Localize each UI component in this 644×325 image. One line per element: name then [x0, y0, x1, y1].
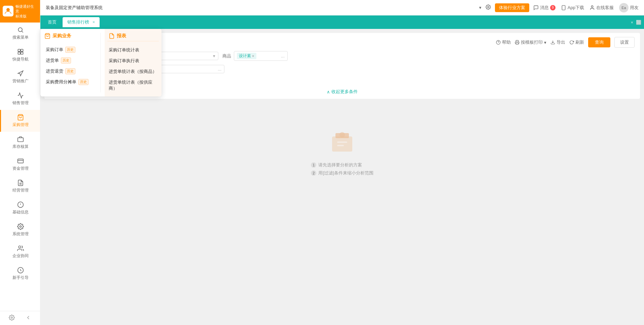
svg-rect-31 [337, 141, 347, 143]
history-badge-3: 历史 [78, 79, 88, 85]
empty-tip-1: 1 请先选择要分析的方案 [311, 162, 373, 168]
salesperson-select[interactable]: ... [157, 65, 224, 73]
goods-select[interactable]: 设计素 × ... [234, 51, 288, 61]
history-badge-0: 历史 [65, 47, 75, 53]
empty-state: 1 请先选择要分析的方案 2 用[过滤]条件来缩小分析范围 [44, 103, 640, 198]
tab-sales-rank[interactable]: 销售排行榜 × [63, 17, 100, 27]
svg-rect-3 [18, 49, 21, 51]
svg-point-19 [11, 317, 13, 319]
menu-report-title: 报表 [107, 32, 159, 41]
menu-divider [100, 33, 101, 92]
online-service-btn[interactable]: 在线客服 [589, 5, 614, 11]
sidebar-item-finance[interactable]: 资金管理 [0, 154, 40, 175]
sidebar: 畅捷通好生意 标准版 搜索菜单 快捷导航 营销推广 销售管 [0, 0, 40, 325]
menu-report-section: 报表 采购订单统计表 采购订单执行表 进货单统计表（按商品） 进货单统计表（按供… [105, 29, 162, 96]
svg-point-17 [19, 246, 21, 248]
messages-btn[interactable]: 消息 9 [533, 5, 556, 11]
sidebar-item-purchase[interactable]: 采购管理 [0, 110, 40, 132]
svg-point-20 [488, 6, 489, 8]
logo-area: 畅捷通好生意 标准版 [0, 0, 40, 23]
svg-line-2 [22, 31, 23, 33]
sidebar-bottom [0, 311, 40, 325]
query-btn[interactable]: 查询 [588, 37, 610, 47]
tab-bar-right: × ⬜ [631, 20, 641, 25]
svg-rect-28 [332, 136, 352, 152]
svg-rect-5 [18, 52, 21, 54]
sidebar-item-guide[interactable]: 新手引导 [0, 263, 40, 285]
menu-report-order-stats[interactable]: 采购订单统计表 [107, 45, 159, 55]
menu-purchase-section: 采购业务 采购订单 历史 进货单 历史 进货退货 历史 采购费用分摊单 历史 [44, 33, 96, 92]
menu-report-incoming-supplier[interactable]: 进货单统计表（按供应商） [107, 77, 159, 94]
industry-btn[interactable]: 体验行业方案 [495, 3, 529, 12]
svg-rect-9 [18, 159, 24, 163]
dropdown-menu: 采购业务 采购订单 历史 进货单 历史 进货退货 历史 采购费用分摊单 历史 报… [40, 29, 162, 96]
print-btn[interactable]: 按模板打印 ▾ [515, 39, 546, 45]
user-btn[interactable]: Ea 用友 [619, 3, 639, 12]
tab-close-icon[interactable]: × [93, 19, 95, 25]
collapse-btn[interactable]: ∧ 收起更多条件 [327, 89, 358, 95]
sidebar-item-system[interactable]: 系统管理 [0, 219, 40, 241]
sidebar-item-inventory[interactable]: 库存核算 [0, 132, 40, 154]
filter-goods-group: 商品 设计素 × ... [222, 51, 288, 61]
tab-window-icon[interactable]: × [631, 20, 633, 25]
setting-btn[interactable]: 设置 [614, 37, 635, 48]
svg-rect-21 [562, 5, 565, 10]
menu-item-purchase-order[interactable]: 采购订单 历史 [44, 44, 96, 55]
sidebar-item-marketing[interactable]: 营销推广 [0, 66, 40, 88]
sidebar-item-quicknav[interactable]: 快捷导航 [0, 44, 40, 66]
svg-rect-26 [516, 43, 518, 44]
export-btn[interactable]: 导出 [550, 39, 565, 45]
logo-text: 畅捷通好生意 标准版 [15, 4, 37, 18]
goods-tag: 设计素 × [237, 53, 256, 59]
menu-purchase-title: 采购业务 [44, 33, 96, 41]
menu-item-incoming[interactable]: 进货单 历史 [44, 55, 96, 66]
sidebar-item-search[interactable]: 搜索菜单 [0, 23, 40, 44]
svg-rect-8 [18, 138, 24, 142]
avatar: Ea [619, 3, 629, 12]
menu-item-return[interactable]: 进货退货 历史 [44, 66, 96, 77]
menu-report-incoming-goods[interactable]: 进货单统计表（按商品） [107, 66, 159, 77]
svg-rect-4 [21, 49, 23, 51]
system-title: 装备及固定资产辅助管理系统 [46, 5, 475, 11]
sidebar-item-enterprise[interactable]: 企业协同 [0, 241, 40, 263]
history-badge-2: 历史 [65, 68, 75, 74]
tab-home[interactable]: 首页 [43, 17, 61, 27]
empty-illustration [325, 123, 359, 157]
goods-tag-close[interactable]: × [252, 54, 254, 58]
svg-point-30 [339, 132, 345, 137]
tab-bar: 首页 销售排行榜 × × ⬜ [40, 15, 644, 29]
tab-maximize-icon[interactable]: ⬜ [636, 20, 641, 25]
svg-point-1 [18, 28, 22, 32]
top-header: 装备及固定资产辅助管理系统 ▾ 体验行业方案 消息 9 App下载 在线客服 [40, 0, 644, 15]
menu-report-order-exec[interactable]: 采购订单执行表 [107, 55, 159, 66]
empty-tip-2: 2 用[过滤]条件来缩小分析范围 [311, 170, 373, 176]
refresh-btn[interactable]: 刷新 [569, 39, 584, 45]
sidebar-item-sales[interactable]: 销售管理 [0, 88, 40, 110]
sidebar-settings-icon[interactable] [9, 315, 15, 322]
history-badge-1: 历史 [61, 57, 71, 64]
empty-tips: 1 请先选择要分析的方案 2 用[过滤]条件来缩小分析范围 [311, 162, 373, 178]
goods-label: 商品 [222, 53, 231, 59]
menu-item-expense[interactable]: 采购费用分摊单 历史 [44, 77, 96, 87]
app-download-btn[interactable]: App下载 [561, 5, 584, 11]
svg-rect-6 [21, 52, 23, 54]
sidebar-collapse-icon[interactable] [25, 315, 31, 322]
svg-point-16 [20, 226, 22, 227]
help-btn[interactable]: 帮助 [496, 39, 511, 45]
sidebar-item-operations[interactable]: 经营管理 [0, 175, 40, 197]
svg-point-0 [6, 8, 10, 11]
header-actions: 消息 9 App下载 在线客服 Ea 用友 [533, 3, 639, 12]
system-title-dropdown[interactable]: ▾ [479, 5, 481, 10]
svg-point-23 [591, 6, 593, 7]
sidebar-item-baseinfo[interactable]: 基础信息 [0, 197, 40, 219]
sidebar-nav: 搜索菜单 快捷导航 营销推广 销售管理 采购管理 [0, 23, 40, 311]
svg-rect-32 [337, 145, 344, 146]
logo-icon [3, 6, 13, 16]
settings-icon[interactable] [486, 4, 491, 11]
